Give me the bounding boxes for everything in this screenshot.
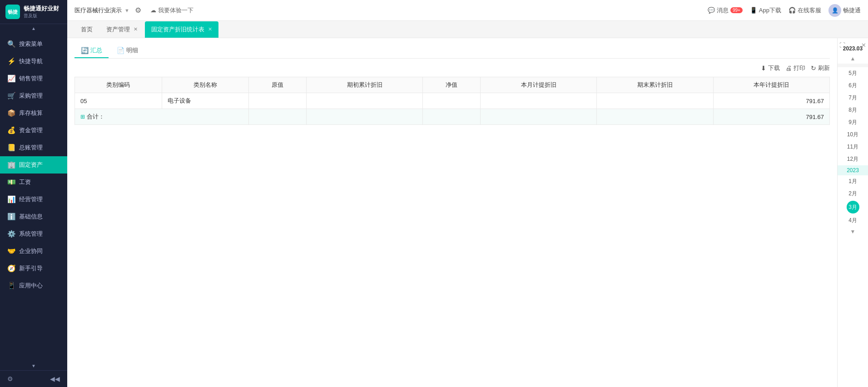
- refresh-icon: ↻: [811, 64, 816, 72]
- footer-settings-icon[interactable]: ⚙: [7, 375, 13, 382]
- refresh-label: 刷新: [818, 64, 830, 72]
- sidebar-item-system[interactable]: ⚙️ 系统管理: [0, 225, 67, 243]
- company-selector[interactable]: 医疗器械行业演示 ▼: [74, 6, 129, 15]
- app-version: 普及版: [24, 13, 59, 19]
- company-name: 医疗器械行业演示: [74, 6, 122, 15]
- tabs-bar: 首页 资产管理 ✕ 固定资产折旧统计表 ✕: [67, 21, 868, 38]
- topbar-settings-icon[interactable]: ⚙: [135, 6, 141, 15]
- cell-net-value: [423, 93, 481, 109]
- sidebar-item-basic-info[interactable]: ℹ️ 基础信息: [0, 208, 67, 225]
- panel-scroll-down[interactable]: ▼: [838, 227, 868, 237]
- app-download-label: App下载: [759, 6, 781, 15]
- right-panel-close-icon[interactable]: ✕: [861, 42, 866, 49]
- sidebar-item-quick-nav[interactable]: ⚡ 快捷导航: [0, 53, 67, 70]
- sidebar-item-fund[interactable]: 💰 资金管理: [0, 122, 67, 139]
- tab-home-label: 首页: [81, 25, 93, 34]
- total-icon: ⊞: [80, 114, 85, 120]
- sidebar-item-search[interactable]: 🔍 搜索菜单: [0, 35, 67, 53]
- print-button[interactable]: 🖨 打印: [785, 64, 805, 72]
- sidebar-icon-enterprise: 🤝: [7, 247, 15, 255]
- sidebar-icon-operation: 📊: [7, 195, 15, 203]
- app-name: 畅捷通好业财: [24, 5, 59, 13]
- tab-asset-mgmt[interactable]: 资产管理 ✕: [100, 21, 144, 38]
- download-icon: ⬇: [761, 64, 766, 72]
- month-2023-3[interactable]: 3月: [847, 201, 859, 213]
- panel-scroll-up[interactable]: ▲: [838, 54, 868, 64]
- online-support-icon: 🎧: [789, 7, 796, 14]
- sidebar-item-sales[interactable]: 📈 销售管理: [0, 70, 67, 87]
- month-9[interactable]: 9月: [838, 116, 868, 129]
- table-total-row: ⊞ 合计： 791.67: [75, 109, 830, 125]
- sidebar-scroll-up[interactable]: ▲: [0, 24, 67, 33]
- sidebar-icon-sales: 📈: [7, 74, 15, 83]
- month-2023-4[interactable]: 4月: [838, 214, 868, 227]
- month-5[interactable]: 5月: [838, 67, 868, 79]
- cell-original-value: [249, 93, 307, 109]
- sidebar-item-purchase[interactable]: 🛒 采购管理: [0, 87, 67, 104]
- sidebar-label-fund: 资金管理: [19, 126, 43, 134]
- sub-tab-detail[interactable]: 📄 明细: [110, 44, 144, 58]
- sidebar-item-payroll[interactable]: 💵 工资: [0, 174, 67, 191]
- month-8[interactable]: 8月: [838, 104, 868, 116]
- sidebar-header: 畅捷 畅捷通好业财 普及版: [0, 0, 67, 24]
- month-12[interactable]: 12月: [838, 153, 868, 165]
- col-header-net-value: 净值: [423, 77, 481, 93]
- download-button[interactable]: ⬇ 下载: [761, 64, 780, 72]
- sidebar-label-payroll: 工资: [19, 178, 31, 186]
- sidebar-label-enterprise: 企业协同: [19, 247, 43, 255]
- cell-closing-dep: [597, 93, 713, 109]
- cell-name: 电子设备: [162, 93, 249, 109]
- sidebar-icon-purchase: 🛒: [7, 92, 15, 100]
- sidebar-icon-quick-nav: ⚡: [7, 57, 15, 65]
- sidebar-item-app-center[interactable]: 📱 应用中心: [0, 277, 67, 294]
- messages-action[interactable]: 💬 消息 99+: [708, 6, 743, 15]
- app-download-icon: 📱: [750, 7, 757, 14]
- user-action[interactable]: 👤 畅捷通: [828, 4, 861, 17]
- sidebar-item-inventory[interactable]: 📦 库存核算: [0, 104, 67, 122]
- user-name-label: 畅捷通: [843, 6, 861, 15]
- right-panel-expand-icon[interactable]: ⛶: [839, 42, 845, 49]
- print-icon: 🖨: [785, 64, 792, 72]
- online-support-action[interactable]: 🎧 在线客服: [789, 6, 821, 15]
- tab-depreciation-report-close[interactable]: ✕: [208, 26, 212, 32]
- sidebar-item-ledger[interactable]: 📒 总账管理: [0, 139, 67, 156]
- experience-icon: ☁: [150, 7, 156, 14]
- cell-code: 05: [75, 93, 162, 109]
- sub-tab-summary[interactable]: 🔄 汇总: [74, 44, 109, 58]
- app-download-action[interactable]: 📱 App下载: [750, 6, 781, 15]
- footer-collapse-icon[interactable]: ◀◀: [50, 375, 60, 382]
- sidebar-item-guide[interactable]: 🧭 新手引导: [0, 260, 67, 277]
- table-header-row: 类别编码 类别名称 原值 期初累计折旧 净值 本月计提折旧 期末累计折旧 本年计…: [75, 77, 830, 93]
- sidebar-label-basic-info: 基础信息: [19, 213, 43, 221]
- sidebar-icon-ledger: 📒: [7, 144, 15, 152]
- total-monthly-dep: [481, 109, 597, 125]
- experience-button[interactable]: ☁ 我要体验一下: [150, 6, 193, 15]
- page-content: 🔄 汇总 📄 明细 ⬇ 下载 🖨 打印 ↻: [67, 38, 868, 387]
- sidebar-label-operation: 经营管理: [19, 195, 43, 203]
- messages-icon: 💬: [708, 7, 715, 14]
- sidebar-item-fixed-assets[interactable]: 🏢 固定资产: [0, 156, 67, 174]
- month-2023-1[interactable]: 1月: [838, 175, 868, 188]
- tab-home[interactable]: 首页: [74, 21, 99, 38]
- topbar: 医疗器械行业演示 ▼ ⚙ ☁ 我要体验一下 💬 消息 99+ 📱 App下载 🎧…: [67, 0, 868, 21]
- total-opening-dep: [307, 109, 423, 125]
- company-dropdown-icon: ▼: [124, 8, 129, 13]
- total-net-value: [423, 109, 481, 125]
- month-2023-2[interactable]: 2月: [838, 188, 868, 200]
- sidebar-scroll-down[interactable]: ▼: [0, 362, 67, 370]
- year-label-2023: 2023: [838, 165, 868, 175]
- month-11[interactable]: 11月: [838, 141, 868, 153]
- month-6[interactable]: 6月: [838, 79, 868, 92]
- refresh-button[interactable]: ↻ 刷新: [811, 64, 830, 72]
- tab-depreciation-report[interactable]: 固定资产折旧统计表 ✕: [145, 21, 218, 38]
- right-panel-controls: ⛶ ✕: [838, 40, 868, 44]
- sidebar-label-quick-nav: 快捷导航: [19, 57, 43, 65]
- cell-annual-dep: 791.67: [713, 93, 829, 109]
- month-10[interactable]: 10月: [838, 129, 868, 141]
- month-7[interactable]: 7月: [838, 92, 868, 104]
- sidebar-item-operation[interactable]: 📊 经营管理: [0, 191, 67, 208]
- table-row: 05 电子设备 791.67: [75, 93, 830, 109]
- sidebar-label-search: 搜索菜单: [19, 40, 43, 48]
- sidebar-item-enterprise[interactable]: 🤝 企业协同: [0, 243, 67, 260]
- tab-asset-mgmt-close[interactable]: ✕: [134, 26, 138, 32]
